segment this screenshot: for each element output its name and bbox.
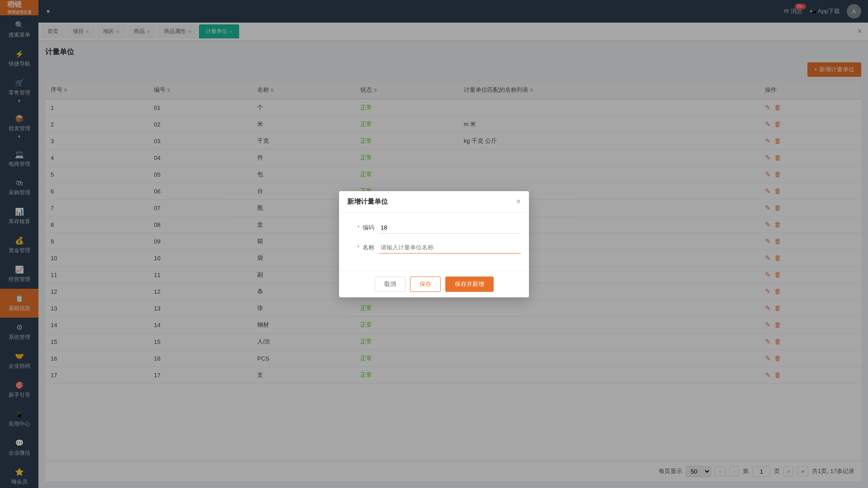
modal-footer: 取消 保存 保存并新增	[339, 271, 529, 297]
cancel-button[interactable]: 取消	[375, 277, 406, 292]
save-button[interactable]: 保存	[410, 277, 441, 292]
required-mark: *	[357, 224, 359, 231]
modal-header: 新增计量单位 ×	[339, 191, 529, 213]
form-row-code: * 编码	[347, 222, 521, 234]
code-label: * 编码	[347, 224, 374, 232]
code-input[interactable]	[379, 222, 521, 234]
name-input[interactable]	[379, 242, 521, 253]
save-and-new-button[interactable]: 保存并新增	[445, 277, 494, 292]
modal-overlay[interactable]: 新增计量单位 × * 编码 * 名称 取消 保存 保存并新增	[0, 0, 868, 488]
add-unit-modal: 新增计量单位 × * 编码 * 名称 取消 保存 保存并新增	[339, 191, 529, 297]
form-row-name: * 名称	[347, 242, 521, 253]
modal-body: * 编码 * 名称	[339, 213, 529, 271]
modal-close-button[interactable]: ×	[516, 197, 521, 206]
name-label: * 名称	[347, 244, 374, 252]
required-mark: *	[357, 244, 359, 251]
modal-title: 新增计量单位	[347, 197, 388, 206]
